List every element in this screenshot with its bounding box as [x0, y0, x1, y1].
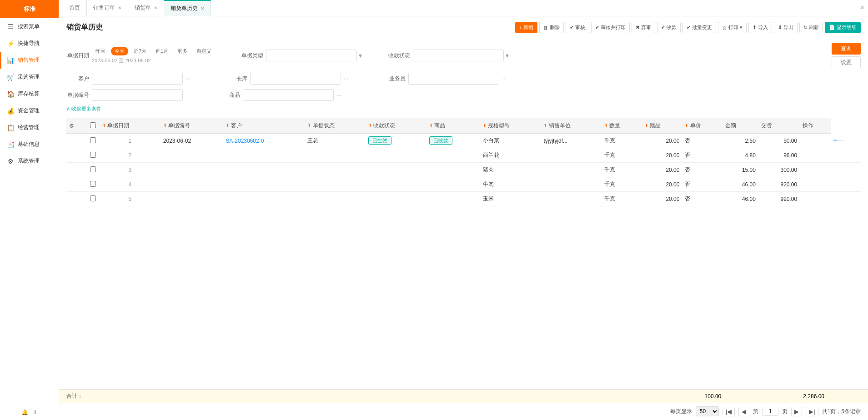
sidebar-item-ops[interactable]: 📋 经营管理 — [0, 119, 59, 136]
row-actions — [831, 163, 861, 177]
new-button[interactable]: + 新增 — [515, 22, 537, 33]
abandon-button[interactable]: ✖ 弃审 — [632, 22, 655, 33]
row-amount: 300.00 — [758, 163, 800, 177]
col-price[interactable]: ⬆ 单价 — [682, 118, 722, 134]
date-tag-7days[interactable]: 近7天 — [130, 47, 150, 55]
customer-ellipsis[interactable]: ··· — [186, 75, 190, 82]
batch-change-button[interactable]: ✔ 批量变更 — [682, 22, 716, 33]
payment-status-dropdown-icon[interactable]: ▾ — [506, 52, 509, 59]
sidebar-item-finance[interactable]: 💰 资金管理 — [0, 102, 59, 119]
tab-sales-order[interactable]: 销售订单 ✕ — [87, 0, 128, 16]
sidebar-bottom-icon2[interactable]: ⏸ — [32, 409, 37, 415]
doc-no-input[interactable] — [92, 89, 183, 101]
col-spec[interactable]: ⬆ 规格型号 — [480, 118, 541, 134]
first-page-button[interactable]: |◀ — [722, 407, 735, 416]
date-tag-today[interactable]: 今天 — [111, 47, 128, 55]
sidebar-item-sales-mgmt[interactable]: 📊 销售管理 — [0, 52, 59, 69]
refresh-button[interactable]: ↻ 刷新 — [799, 22, 823, 33]
sidebar-bottom-icon1[interactable]: 🔔 — [21, 409, 28, 415]
select-all-checkbox[interactable] — [90, 122, 96, 128]
sidebar-item-system-mgmt[interactable]: ⚙ 系统管理 — [0, 153, 59, 170]
sidebar-item-basic-info[interactable]: 📑 基础信息 — [0, 136, 59, 153]
prev-page-button[interactable]: ◀ — [738, 407, 749, 416]
sidebar-logo: 标准 — [0, 0, 59, 18]
row-trade — [800, 177, 830, 192]
col-goods[interactable]: ⬆ 商品 — [426, 118, 480, 134]
print-button[interactable]: 🖨 打印 ▾ — [718, 22, 747, 33]
goods-input[interactable] — [243, 89, 334, 101]
date-tag-custom[interactable]: 自定义 — [193, 47, 215, 55]
tab-home[interactable]: 首页 — [63, 0, 87, 16]
warehouse-input[interactable] — [250, 73, 341, 85]
sidebar-item-quick-nav[interactable]: ⚡ 快捷导航 — [0, 35, 59, 52]
col-customer[interactable]: ⬆ 客户 — [223, 118, 305, 134]
sidebar-item-label: 采购管理 — [18, 73, 40, 81]
col-unit[interactable]: ⬆ 销售单位 — [541, 118, 602, 134]
row-select-checkbox[interactable] — [90, 166, 96, 172]
row-select-checkbox[interactable] — [90, 137, 96, 143]
tab-sales-history-close[interactable]: ✕ — [201, 6, 204, 11]
row-doc-no[interactable] — [223, 163, 305, 177]
delete-button[interactable]: 🗑 删除 — [539, 22, 564, 33]
salesperson-input[interactable] — [408, 73, 499, 85]
tab-sales-delivery-close[interactable]: ✕ — [154, 5, 157, 10]
row-checkbox[interactable] — [86, 192, 100, 206]
tab-sales-order-close[interactable]: ✕ — [118, 5, 121, 10]
query-button[interactable]: 查询 — [832, 43, 861, 55]
next-page-button[interactable]: ▶ — [791, 407, 802, 416]
col-checkbox[interactable] — [86, 118, 100, 134]
row-select-checkbox[interactable] — [90, 181, 96, 187]
audit-button[interactable]: ✔ 审核 — [566, 22, 589, 33]
last-page-button[interactable]: ▶| — [806, 407, 818, 416]
col-qty[interactable]: ⬆ 数量 — [602, 118, 642, 134]
tab-sales-history[interactable]: 销货单历史 ✕ — [164, 0, 211, 16]
row-doc-no[interactable] — [223, 192, 305, 206]
sidebar-item-inventory[interactable]: 🏠 库存核算 — [0, 85, 59, 102]
row-goods: 猪肉 — [480, 163, 541, 177]
salesperson-ellipsis[interactable]: ··· — [502, 75, 507, 82]
more-action[interactable]: ⋯ — [839, 138, 844, 143]
row-trade — [800, 134, 830, 148]
export-button[interactable]: ⬇ 导出 — [774, 22, 798, 33]
batch-change-icon: ✔ — [687, 25, 691, 30]
sort-icon: ⬆ — [645, 123, 648, 128]
row-select-checkbox[interactable] — [90, 195, 96, 201]
col-settings[interactable]: ⚙ — [66, 118, 86, 134]
edit-action[interactable]: ✏ — [833, 138, 838, 143]
col-payment-status[interactable]: ⬆ 收款状态 — [366, 118, 426, 134]
doc-type-dropdown-icon[interactable]: ▾ — [359, 52, 362, 59]
sidebar-item-search-menu[interactable]: ☰ 搜索菜单 — [0, 18, 59, 35]
show-detail-button[interactable]: 📄 显示明细 — [825, 22, 861, 33]
row-checkbox[interactable] — [86, 163, 100, 177]
date-tag-1month[interactable]: 近1月 — [152, 47, 172, 55]
date-tag-yesterday[interactable]: 昨天 — [92, 47, 109, 55]
page-input[interactable] — [762, 407, 778, 416]
tab-sales-delivery[interactable]: 销货单 ✕ — [128, 0, 164, 16]
row-doc-no[interactable] — [223, 177, 305, 192]
row-doc-no[interactable]: SA-20230602-0 — [223, 134, 305, 148]
row-doc-no[interactable] — [223, 148, 305, 163]
window-close-btn[interactable]: ✕ — [860, 5, 864, 11]
row-checkbox[interactable] — [86, 148, 100, 163]
per-page-select[interactable]: 50 100 200 — [696, 406, 719, 416]
date-tag-more[interactable]: 更多 — [174, 47, 191, 55]
customer-input[interactable] — [92, 73, 183, 85]
row-checkbox[interactable] — [86, 177, 100, 192]
payment-status-input[interactable] — [413, 50, 504, 61]
doc-type-input[interactable] — [266, 50, 357, 61]
goods-ellipsis[interactable]: ··· — [336, 92, 341, 98]
sidebar-item-purchase-mgmt[interactable]: 🛒 采购管理 — [0, 69, 59, 85]
col-doc-date[interactable]: ⬆ 单据日期 — [100, 118, 161, 134]
col-gift[interactable]: ⬆ 赠品 — [642, 118, 682, 134]
collect-button[interactable]: ✔ 收款 — [657, 22, 681, 33]
row-checkbox[interactable] — [86, 134, 100, 148]
col-doc-status[interactable]: ⬆ 单据状态 — [305, 118, 366, 134]
audit-print-button[interactable]: ✔ 审核并打印 — [591, 22, 630, 33]
import-button[interactable]: ⬆ 导入 — [748, 22, 772, 33]
row-select-checkbox[interactable] — [90, 152, 96, 158]
collapse-button[interactable]: ∧ 收起更多条件 — [66, 105, 861, 112]
sort-icon: ⬆ — [429, 123, 433, 128]
col-doc-no[interactable]: ⬆ 单据编号 — [161, 118, 223, 134]
set-button[interactable]: 设置 — [832, 56, 861, 68]
warehouse-ellipsis[interactable]: ··· — [344, 75, 348, 82]
